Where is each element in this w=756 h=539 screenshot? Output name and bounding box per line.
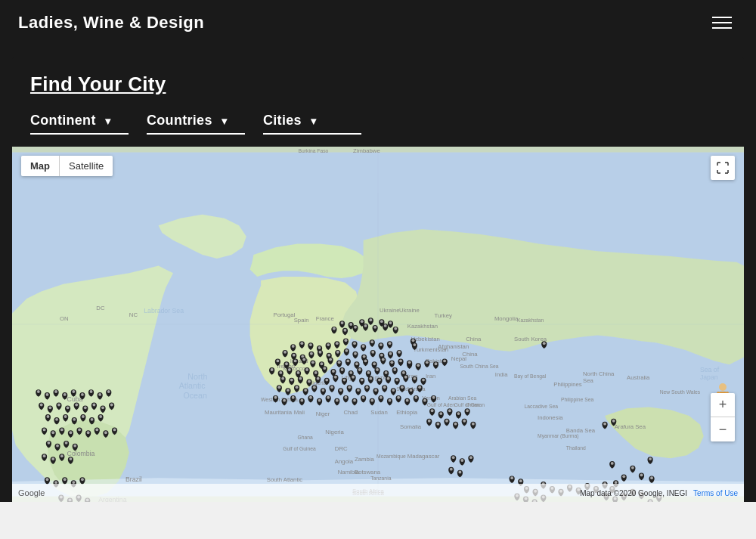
svg-text:China: China xyxy=(462,351,478,358)
svg-text:Pakistan: Pakistan xyxy=(426,358,448,364)
svg-text:South Korea: South Korea xyxy=(514,336,547,342)
svg-text:Iraq: Iraq xyxy=(407,373,417,379)
svg-text:Arafura Sea: Arafura Sea xyxy=(615,423,646,430)
svg-text:Niger: Niger xyxy=(316,410,330,417)
svg-text:Laccadive Sea: Laccadive Sea xyxy=(525,404,559,409)
svg-text:Ethiopia: Ethiopia xyxy=(396,409,418,416)
svg-text:Sea: Sea xyxy=(583,377,593,384)
terms-link[interactable]: Terms of Use xyxy=(693,489,738,497)
svg-text:France: France xyxy=(316,315,334,322)
cities-chevron: ▾ xyxy=(311,115,316,127)
cities-label: Cities xyxy=(263,113,302,129)
svg-text:Portugal: Portugal xyxy=(274,311,296,318)
svg-text:Indonesia: Indonesia xyxy=(538,414,563,421)
map-area[interactable]: North Atlantic Ocean Labrador Sea Sea of… xyxy=(12,147,744,502)
svg-text:Chad: Chad xyxy=(344,409,358,416)
svg-text:North China: North China xyxy=(583,370,615,377)
dropdowns: Continent ▾ Countries ▾ Cities ▾ xyxy=(30,110,726,135)
svg-text:DRC: DRC xyxy=(335,445,348,452)
map-footer: Google Map data ©2020 Google, INEGI Term… xyxy=(12,484,744,502)
hamburger-menu[interactable] xyxy=(706,11,738,35)
svg-text:Gulf of Guinea: Gulf of Guinea xyxy=(283,446,316,451)
svg-text:Sea of: Sea of xyxy=(700,366,720,373)
svg-text:North: North xyxy=(187,372,207,381)
countries-label: Countries xyxy=(147,113,212,129)
zoom-out-button[interactable]: − xyxy=(711,417,735,441)
svg-text:Ukraine: Ukraine xyxy=(380,307,400,314)
svg-text:Madagascar: Madagascar xyxy=(407,453,440,460)
svg-text:Philippines: Philippines xyxy=(553,381,582,388)
hamburger-line-3 xyxy=(712,27,732,29)
svg-text:Labrador Sea: Labrador Sea xyxy=(144,307,184,314)
svg-text:Sudan: Sudan xyxy=(370,409,387,416)
svg-text:India: India xyxy=(495,371,508,378)
svg-text:Libya: Libya xyxy=(342,374,356,381)
svg-text:Mozambique: Mozambique xyxy=(376,454,406,460)
zoom-in-button[interactable]: + xyxy=(711,393,735,417)
svg-text:ON: ON xyxy=(60,315,69,322)
svg-text:Oman: Oman xyxy=(466,402,480,407)
continent-chevron: ▾ xyxy=(105,115,110,127)
svg-text:Egypt: Egypt xyxy=(370,374,386,381)
svg-text:Mali: Mali xyxy=(294,409,305,416)
svg-text:NC: NC xyxy=(129,311,138,318)
svg-text:DC: DC xyxy=(96,305,105,311)
svg-text:Japan: Japan xyxy=(700,373,718,381)
svg-text:Yemen: Yemen xyxy=(422,395,440,401)
svg-text:Mauritania: Mauritania xyxy=(265,409,293,416)
svg-text:Afghanistan: Afghanistan xyxy=(438,343,469,350)
svg-text:Tanzania: Tanzania xyxy=(370,475,391,481)
page-title: Find Your City xyxy=(30,73,726,96)
svg-text:Arabian Sea: Arabian Sea xyxy=(448,395,476,401)
svg-text:Spain: Spain xyxy=(294,317,309,324)
map-wrapper: Find Your City Continent ▾ Countries ▾ C… xyxy=(0,45,756,502)
svg-text:Algeria: Algeria xyxy=(308,379,327,386)
map-data-text: Map data ©2020 Google, INEGI xyxy=(580,489,687,497)
svg-text:Iran: Iran xyxy=(426,373,435,379)
map-panel: Find Your City Continent ▾ Countries ▾ C… xyxy=(12,57,744,502)
site-title: Ladies, Wine & Design xyxy=(18,13,204,33)
svg-text:Nigeria: Nigeria xyxy=(325,429,344,435)
satellite-view-button[interactable]: Satellite xyxy=(60,156,113,176)
svg-text:Zimbabwe: Zimbabwe xyxy=(353,147,380,154)
svg-text:China: China xyxy=(466,336,482,342)
svg-text:New South Wales: New South Wales xyxy=(660,389,701,395)
svg-text:Cuba: Cuba xyxy=(67,395,83,403)
map-background: North Atlantic Ocean Labrador Sea Sea of… xyxy=(12,147,744,502)
map-type-buttons: Map Satellite xyxy=(21,156,113,176)
svg-text:Burkina Faso: Burkina Faso xyxy=(298,148,328,153)
svg-text:Philippine Sea: Philippine Sea xyxy=(561,397,593,403)
svg-text:South China Sea: South China Sea xyxy=(460,364,498,369)
hamburger-line-1 xyxy=(712,17,732,18)
svg-text:Myanmar (Burma): Myanmar (Burma) xyxy=(538,433,579,439)
svg-text:Atlantic: Atlantic xyxy=(179,381,206,390)
fullscreen-icon xyxy=(717,162,729,174)
svg-text:Turkey: Turkey xyxy=(435,312,452,319)
svg-text:Kazakhstan: Kazakhstan xyxy=(407,323,438,330)
continent-dropdown[interactable]: Continent ▾ xyxy=(30,110,129,135)
fullscreen-button[interactable] xyxy=(711,156,735,180)
map-view-button[interactable]: Map xyxy=(21,156,60,176)
svg-text:Colombia: Colombia xyxy=(67,450,95,457)
svg-text:Angola: Angola xyxy=(335,458,354,465)
map-attribution: Map data ©2020 Google, INEGI Terms of Us… xyxy=(580,489,738,497)
hamburger-line-2 xyxy=(712,22,732,23)
svg-text:Australia: Australia xyxy=(627,374,650,381)
header: Ladies, Wine & Design xyxy=(0,0,756,45)
svg-text:Gulf of Aden: Gulf of Aden xyxy=(427,402,455,407)
svg-text:Ireland: Ireland xyxy=(290,358,308,364)
countries-dropdown[interactable]: Countries ▾ xyxy=(147,110,245,135)
svg-text:Bay of Bengal: Bay of Bengal xyxy=(514,373,547,379)
svg-text:Ghana: Ghana xyxy=(298,435,314,440)
zoom-controls: + − xyxy=(711,393,735,441)
svg-text:South Atlantic: South Atlantic xyxy=(267,476,302,483)
controls-bar: Find Your City Continent ▾ Countries ▾ C… xyxy=(12,57,744,147)
cities-dropdown[interactable]: Cities ▾ xyxy=(263,110,361,135)
svg-text:Uzbekistan: Uzbekistan xyxy=(411,336,440,342)
svg-text:Brazil: Brazil xyxy=(125,475,142,483)
svg-text:Thailand: Thailand xyxy=(566,445,586,451)
svg-text:Ocean: Ocean xyxy=(184,391,207,400)
svg-text:Zambia: Zambia xyxy=(355,456,374,463)
countries-chevron: ▾ xyxy=(222,115,227,127)
svg-text:Kazakhstan: Kazakhstan xyxy=(517,318,544,323)
